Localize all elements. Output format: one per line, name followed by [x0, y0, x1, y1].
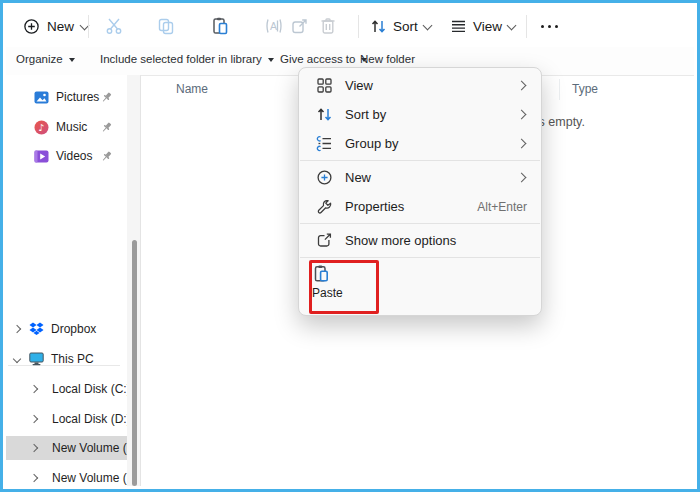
- include-in-library-label: Include selected folder in library: [100, 53, 262, 65]
- menu-separator: [300, 223, 540, 224]
- new-button[interactable]: New: [15, 13, 96, 40]
- menu-item-sort-by[interactable]: Sort by: [299, 100, 541, 129]
- menu-item-label: Sort by: [345, 107, 506, 122]
- organize-label: Organize: [16, 53, 63, 65]
- submenu-chevron-icon: [517, 173, 527, 183]
- sort-icon: [370, 18, 387, 35]
- context-menu: View Sort by Group by New Properties Alt…: [298, 67, 542, 316]
- view-lines-icon: [450, 18, 467, 35]
- sidebar-item-videos[interactable]: Videos: [6, 144, 127, 168]
- sidebar-item-label: Local Disk (C:): [52, 382, 127, 396]
- submenu-chevron-icon: [517, 139, 527, 149]
- sidebar-item-label: Music: [56, 120, 87, 134]
- share-icon[interactable]: [290, 16, 310, 36]
- new-item-icon: [316, 169, 333, 186]
- pin-icon: [100, 91, 113, 104]
- view-button-label: View: [473, 19, 502, 34]
- videos-icon: [34, 149, 49, 164]
- sidebar-item-new-volume-e[interactable]: New Volume (E:: [6, 466, 127, 486]
- paste-label: Paste: [312, 286, 343, 300]
- delete-icon[interactable]: [318, 16, 338, 36]
- new-folder-button[interactable]: New folder: [360, 53, 415, 65]
- this-pc-icon: [29, 352, 44, 366]
- menu-item-view[interactable]: View: [299, 71, 541, 100]
- give-access-button[interactable]: Give access to: [280, 53, 367, 65]
- toolbar-separator: [88, 15, 89, 38]
- expand-chevron-icon[interactable]: [30, 474, 38, 482]
- dropdown-arrow-icon: [268, 58, 274, 62]
- sidebar-item-label: Videos: [56, 149, 92, 163]
- menu-item-group-by[interactable]: Group by: [299, 129, 541, 158]
- grid-view-icon: [316, 77, 333, 94]
- toolbar-separator: [526, 15, 527, 38]
- sidebar-item-music[interactable]: ♪ Music: [6, 115, 127, 139]
- group-by-icon: [316, 135, 333, 152]
- dropbox-icon: [29, 322, 44, 336]
- menu-item-properties[interactable]: Properties Alt+Enter: [299, 192, 541, 221]
- menu-item-shortcut: Alt+Enter: [477, 200, 527, 214]
- column-header-name[interactable]: Name: [176, 82, 208, 96]
- menu-item-show-more-options[interactable]: Show more options: [299, 226, 541, 255]
- expand-chevron-icon[interactable]: [30, 385, 38, 393]
- command-bar: New A Sort View: [6, 6, 694, 48]
- chevron-down-icon: [507, 20, 517, 30]
- paste-icon[interactable]: [210, 16, 230, 36]
- organize-button[interactable]: Organize: [16, 53, 75, 65]
- chevron-down-icon: [422, 20, 432, 30]
- new-folder-label: New folder: [360, 53, 415, 65]
- rename-icon[interactable]: A: [264, 16, 284, 36]
- sort-button[interactable]: Sort: [370, 13, 431, 40]
- view-button[interactable]: View: [450, 13, 515, 40]
- expand-chevron-icon[interactable]: [30, 415, 38, 423]
- dropdown-arrow-icon: [69, 58, 75, 62]
- sidebar-item-new-volume-selected[interactable]: New Volume (I: [6, 436, 127, 460]
- expand-chevron-icon[interactable]: [13, 325, 21, 333]
- svg-text:♪: ♪: [38, 122, 44, 133]
- show-more-options-icon: [316, 232, 333, 249]
- menu-item-new[interactable]: New: [299, 163, 541, 192]
- copy-icon[interactable]: [156, 16, 176, 36]
- sidebar-item-label: This PC: [51, 352, 94, 366]
- include-in-library-button[interactable]: Include selected folder in library: [100, 53, 274, 65]
- sidebar-item-label: New Volume (E:: [52, 471, 127, 485]
- sidebar-item-this-pc[interactable]: This PC: [6, 347, 127, 371]
- explorer-window: New A Sort View Organize Inclu: [0, 0, 700, 492]
- sidebar-item-dropbox[interactable]: Dropbox: [6, 317, 127, 341]
- sidebar-item-pictures[interactable]: Pictures: [6, 85, 127, 109]
- cut-icon[interactable]: [104, 16, 124, 36]
- toolbar-separator: [358, 15, 359, 38]
- sidebar-scrollbar-thumb[interactable]: [132, 240, 137, 486]
- see-more-icon[interactable]: [541, 25, 558, 28]
- menu-item-label: Group by: [345, 136, 506, 151]
- collapse-chevron-icon[interactable]: [13, 355, 21, 363]
- sidebar-item-label: Dropbox: [51, 322, 96, 336]
- navigation-pane: Pictures ♪ Music Videos Dropbox This PC: [6, 75, 127, 486]
- sidebar-item-label: New Volume (I: [52, 441, 127, 455]
- column-separator[interactable]: [559, 79, 560, 100]
- menu-item-label: New: [345, 170, 506, 185]
- sidebar-item-local-disk-c[interactable]: Local Disk (C:): [6, 377, 127, 401]
- sort-by-icon: [316, 106, 333, 123]
- svg-text:A: A: [270, 20, 277, 32]
- sidebar-item-label: Local Disk (D:): [52, 412, 127, 426]
- sidebar-item-local-disk-d[interactable]: Local Disk (D:): [6, 407, 127, 431]
- give-access-label: Give access to: [280, 53, 355, 65]
- submenu-chevron-icon: [517, 81, 527, 91]
- paste-icon: [312, 264, 331, 284]
- music-icon: ♪: [34, 120, 49, 135]
- menu-separator: [300, 257, 540, 258]
- menu-item-label: View: [345, 78, 506, 93]
- column-header-type[interactable]: Type: [572, 82, 598, 96]
- pin-icon: [100, 150, 113, 163]
- properties-icon: [316, 198, 333, 215]
- menu-separator: [300, 160, 540, 161]
- menu-item-paste[interactable]: Paste: [299, 260, 541, 312]
- submenu-chevron-icon: [517, 110, 527, 120]
- pictures-icon: [34, 90, 49, 105]
- new-button-label: New: [47, 19, 74, 34]
- expand-chevron-icon[interactable]: [30, 444, 38, 452]
- menu-item-label: Show more options: [345, 233, 527, 248]
- sort-button-label: Sort: [393, 19, 418, 34]
- menu-item-label: Properties: [345, 199, 465, 214]
- pin-icon: [100, 121, 113, 134]
